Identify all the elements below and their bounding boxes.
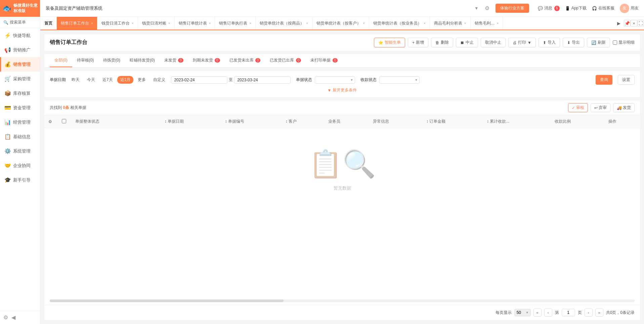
- settings-filter-btn[interactable]: 设置: [618, 75, 635, 85]
- first-page-btn[interactable]: «: [533, 309, 542, 317]
- message-btn[interactable]: 💬 消息 6: [538, 5, 560, 11]
- sidebar-item-finance[interactable]: 💳 资金管理: [0, 100, 40, 115]
- sidebar-item-marketing[interactable]: 📢 营销推广: [0, 43, 40, 57]
- settings-icon[interactable]: ⚙: [3, 314, 8, 321]
- tab-sales-workbench[interactable]: 销售订单工作台 ×: [57, 17, 97, 30]
- collection-status-filter: 收款状态: [360, 76, 420, 84]
- scroll-bar[interactable]: [50, 299, 635, 302]
- sidebar-item-system[interactable]: ⚙️ 系统管理: [0, 144, 40, 158]
- sub-tab-all[interactable]: 全部(0): [50, 54, 72, 67]
- next-page-btn[interactable]: ›: [585, 309, 593, 317]
- sub-tab-overdue-unshipped[interactable]: 到期未发货 0: [188, 54, 225, 67]
- tab-sales-summary-product[interactable]: 销货单统计表（按商品） ×: [256, 17, 312, 30]
- tab-sales-stats[interactable]: 销售订单统计表 ×: [175, 17, 215, 30]
- sub-tab-pending-delivery[interactable]: 待拣货(0): [98, 54, 125, 67]
- tab-product-margin[interactable]: 商品毛利分析表 ×: [430, 17, 471, 30]
- more-btn[interactable]: 更多: [135, 76, 149, 84]
- close-icon[interactable]: ×: [132, 22, 134, 25]
- scroll-thumb[interactable]: [50, 299, 284, 302]
- delete-icon: 🗑: [435, 40, 439, 45]
- dropdown-arrow-icon[interactable]: ▼: [474, 6, 479, 11]
- last-page-btn[interactable]: »: [595, 309, 603, 317]
- today-btn[interactable]: 今天: [84, 76, 98, 84]
- tab-sales-summary-staff[interactable]: 销货单统计表（按业务员） ×: [369, 17, 430, 30]
- collection-status-select[interactable]: [379, 76, 420, 84]
- tab-sales-exec[interactable]: 销售订单执行表 ×: [215, 17, 256, 30]
- sub-tab-unshipped[interactable]: 未发货 0: [160, 54, 188, 67]
- online-service-btn[interactable]: 🎧 在线客服: [592, 5, 614, 11]
- tab-cash-daily[interactable]: 钱货日清工作台 ×: [97, 17, 138, 30]
- close-icon[interactable]: ×: [168, 22, 170, 25]
- reverse-audit-btn[interactable]: ↩ 弃审: [591, 103, 610, 112]
- sidebar-item-enterprise[interactable]: 🤝 企业协同: [0, 158, 40, 173]
- close-icon[interactable]: ×: [424, 22, 426, 25]
- sidebar-item-sales[interactable]: 💰 销售管理: [0, 57, 40, 72]
- user-profile[interactable]: 友 用友: [620, 4, 639, 13]
- industry-btn[interactable]: 体验行业方案: [496, 4, 529, 13]
- sidebar-item-purchase[interactable]: 🛒 采购管理: [0, 72, 40, 86]
- amount-col-label: ↕ 订单金额: [426, 119, 445, 124]
- sidebar-item-inventory[interactable]: 📦 库存核算: [0, 86, 40, 100]
- prev-page-btn[interactable]: ‹: [544, 309, 552, 317]
- sidebar-item-quick-nav[interactable]: ⚡ 快捷导航: [0, 28, 40, 43]
- audit-btn[interactable]: ✓ 审核: [568, 103, 588, 112]
- last-month-btn[interactable]: 近1月: [117, 76, 134, 84]
- custom-btn[interactable]: 自定义: [150, 76, 168, 84]
- tab-sales-profit[interactable]: 销售毛利… ×: [471, 17, 503, 30]
- export-btn[interactable]: ⬇ 导出: [563, 38, 584, 47]
- select-all-checkbox[interactable]: [62, 119, 66, 123]
- tab-home[interactable]: 首页: [40, 17, 57, 30]
- delete-label: 删除: [441, 40, 449, 45]
- show-detail-checkbox[interactable]: 显示明细: [613, 40, 635, 45]
- expand-more-btn[interactable]: ▼ 展开更多条件: [328, 87, 357, 93]
- stop-btn[interactable]: ⏹ 中止: [456, 38, 478, 47]
- close-icon[interactable]: ×: [363, 22, 365, 25]
- sidebar-item-basic-info[interactable]: 📋 基础信息: [0, 129, 40, 144]
- ship-btn[interactable]: 🚚 发货: [613, 103, 635, 112]
- per-page-select[interactable]: 50 10 20 100: [514, 309, 531, 316]
- sidebar-item-operations[interactable]: 📊 经营管理: [0, 115, 40, 129]
- tab-label: 销售订单执行表: [219, 21, 247, 26]
- import-btn[interactable]: ⬆ 导入: [539, 38, 560, 47]
- settings-gear-icon[interactable]: ⚙: [485, 5, 489, 11]
- close-icon[interactable]: ×: [306, 22, 308, 25]
- sidebar-item-guide[interactable]: 🎓 新手引导: [0, 173, 40, 187]
- close-icon[interactable]: ×: [464, 22, 466, 25]
- cancel-stop-btn[interactable]: 取消中止: [481, 38, 506, 47]
- query-btn[interactable]: 查询: [596, 75, 612, 85]
- close-icon[interactable]: ×: [91, 22, 93, 25]
- tab-close-all-btn[interactable]: ×: [631, 20, 637, 27]
- add-btn[interactable]: + 新增: [408, 38, 428, 47]
- settings-icon[interactable]: ⚙: [48, 119, 52, 124]
- search-menu[interactable]: 🔍 搜索菜单: [0, 17, 40, 28]
- date-to-input[interactable]: [234, 76, 291, 84]
- yesterday-btn[interactable]: 昨天: [69, 76, 83, 84]
- tab-fullscreen-btn[interactable]: ⛶: [637, 20, 644, 27]
- sub-tab-wangpu[interactable]: 旺铺待发货(0): [125, 54, 160, 67]
- page-number-input[interactable]: [562, 309, 575, 316]
- tab-unpin-btn[interactable]: 📌: [624, 20, 631, 27]
- date-from-input[interactable]: [171, 76, 227, 84]
- last7days-btn[interactable]: 近7天: [99, 76, 116, 84]
- tab-cash-reconcile[interactable]: 钱货日清对账 ×: [138, 17, 175, 30]
- close-icon[interactable]: ×: [497, 22, 499, 25]
- sub-tab-unprinted[interactable]: 未打印单据 0: [306, 54, 342, 67]
- refresh-btn[interactable]: 🔄 刷新: [587, 38, 610, 47]
- tab-sales-summary-customer[interactable]: 销货单统计表（按客户） ×: [312, 17, 369, 30]
- print-btn[interactable]: 🖨 打印 ▼: [508, 38, 536, 47]
- page-title: 销售订单工作台: [50, 39, 87, 46]
- sub-tab-shipped-out[interactable]: 已发货已出库 0: [265, 54, 306, 67]
- tab-label: 钱货日清对账: [142, 21, 166, 26]
- detail-checkbox-input[interactable]: [613, 40, 617, 45]
- app-download-btn[interactable]: 📱 App下载: [565, 5, 587, 11]
- status-select[interactable]: [315, 76, 355, 84]
- sub-tab-shipped-not-out[interactable]: 已发货未出库 0: [225, 54, 265, 67]
- filter-bar: 单据日期 昨天 今天 近7天 近1月 更多 自定义 至: [44, 71, 640, 97]
- collapse-icon[interactable]: ◀: [11, 314, 15, 321]
- delete-btn[interactable]: 🗑 删除: [431, 38, 453, 47]
- smart-create-btn[interactable]: ⭐ 智能生单: [374, 38, 405, 47]
- close-icon[interactable]: ×: [249, 22, 251, 25]
- close-icon[interactable]: ×: [209, 22, 211, 25]
- sub-tab-pending-review[interactable]: 待审核(0): [72, 54, 99, 67]
- tab-overflow-btn[interactable]: ▶: [614, 21, 623, 26]
